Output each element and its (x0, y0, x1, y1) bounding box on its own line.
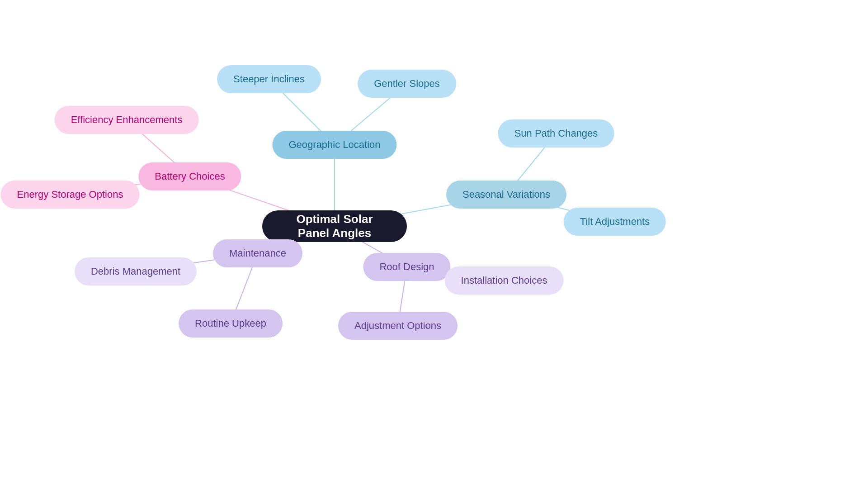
node-installation-choices[interactable]: Installation Choices (445, 266, 564, 295)
mind-map-container: Optimal Solar Panel AnglesGeographic Loc… (0, 0, 868, 490)
node-routine-upkeep[interactable]: Routine Upkeep (179, 309, 283, 338)
node-tilt-adjustments[interactable]: Tilt Adjustments (564, 208, 666, 236)
node-adjustment-options[interactable]: Adjustment Options (338, 312, 458, 340)
node-debris-management[interactable]: Debris Management (75, 257, 197, 285)
node-battery-choices[interactable]: Battery Choices (138, 162, 241, 190)
node-energy-storage-options[interactable]: Energy Storage Options (1, 181, 140, 209)
node-gentler-slopes[interactable]: Gentler Slopes (358, 70, 456, 98)
node-geographic-location[interactable]: Geographic Location (272, 131, 396, 159)
node-roof-design[interactable]: Roof Design (363, 253, 450, 281)
center-node[interactable]: Optimal Solar Panel Angles (262, 210, 407, 242)
node-efficiency-enhancements[interactable]: Efficiency Enhancements (55, 106, 199, 134)
node-seasonal-variations[interactable]: Seasonal Variations (446, 181, 566, 209)
node-maintenance[interactable]: Maintenance (213, 239, 302, 267)
node-steeper-inclines[interactable]: Steeper Inclines (217, 65, 321, 93)
node-sun-path-changes[interactable]: Sun Path Changes (498, 119, 614, 147)
